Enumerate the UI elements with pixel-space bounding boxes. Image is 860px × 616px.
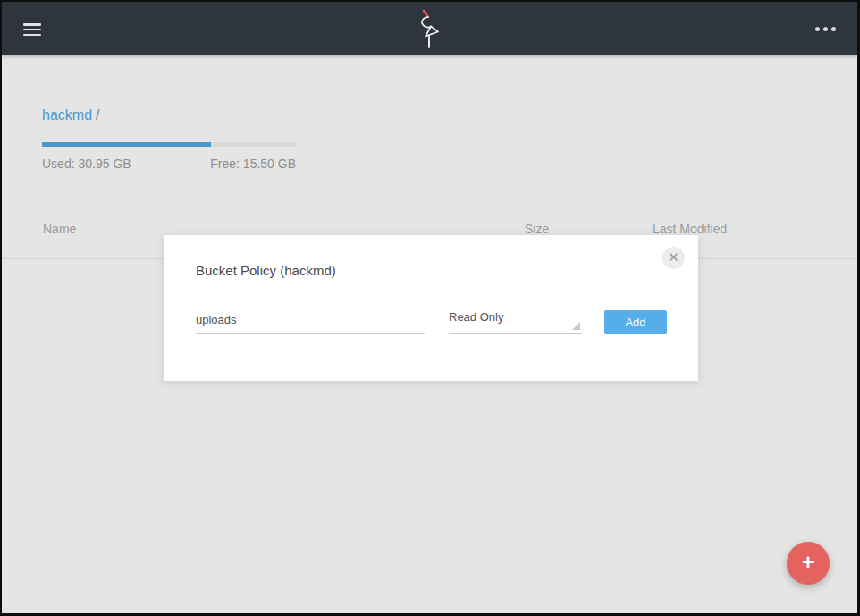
column-header-size[interactable]: Size [525,222,549,236]
breadcrumb-separator: / [96,107,99,122]
modal-title: Bucket Policy (hackmd) [196,263,336,278]
policy-type-selected-value: Read Only [449,310,503,324]
storage-used-label: Used: 30.95 GB [42,156,131,171]
dot [831,27,836,31]
hamburger-bar [23,34,41,37]
more-options-icon[interactable] [815,27,836,31]
policy-type-select[interactable]: Read Only [449,310,582,334]
hamburger-bar [23,23,41,26]
breadcrumb: hackmd/ [42,107,99,123]
close-icon[interactable]: ✕ [662,247,685,269]
hamburger-bar [23,29,41,31]
storage-labels: Used: 30.95 GB Free: 15.50 GB [42,156,296,171]
select-caret-icon [572,322,580,330]
add-fab-button[interactable]: + [787,542,830,585]
column-header-last-modified[interactable]: Last Modified [653,222,727,236]
dot [815,27,820,31]
dot [823,27,828,31]
storage-used-bar [42,142,211,147]
column-header-name[interactable]: Name [43,222,76,236]
hamburger-menu-icon[interactable] [23,23,41,36]
breadcrumb-bucket-link[interactable]: hackmd [42,107,92,122]
add-policy-button[interactable]: Add [604,310,667,334]
storage-free-label: Free: 15.50 GB [210,156,296,171]
bucket-policy-modal: Bucket Policy (hackmd) ✕ Read Only Add [164,235,698,381]
minio-stork-logo-icon [416,8,444,53]
policy-prefix-input[interactable] [196,310,425,334]
app-window: hackmd/ Used: 30.95 GB Free: 15.50 GB Na… [2,2,857,613]
top-bar [2,2,857,55]
storage-usage-bar [42,142,296,147]
